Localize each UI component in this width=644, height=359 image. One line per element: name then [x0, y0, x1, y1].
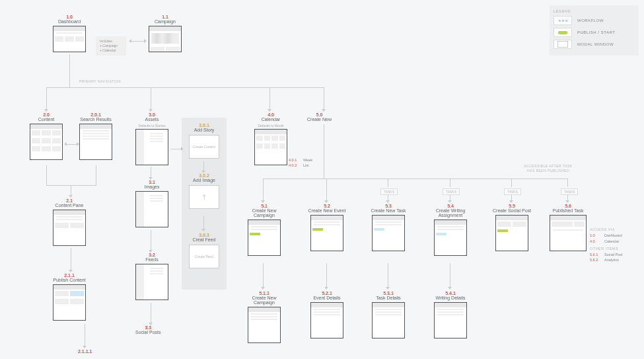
node-calendar: 4.0 Calendar Defaults to Month: [254, 112, 287, 165]
conn: [69, 54, 70, 87]
arrow-down-icon: [69, 195, 73, 198]
arrow-down-icon: [201, 229, 205, 231]
node-feeds: 3.2 Feeds: [135, 253, 168, 300]
arrow-down-icon: [149, 323, 153, 325]
conn: [450, 179, 450, 187]
thumb-51: [248, 219, 281, 256]
modal-create-feed: Create Feed: [189, 245, 219, 268]
arrow-right-icon: [77, 142, 79, 146]
arrow-down-icon: [386, 200, 390, 203]
arrow-down-icon: [448, 287, 452, 290]
arrow-down-icon: [83, 346, 87, 348]
conn: [324, 87, 324, 110]
arrow-down-icon: [565, 200, 569, 203]
node-dashboard: 1.0 Dashboard: [53, 15, 86, 52]
arrow-down-icon: [268, 109, 271, 112]
thumb-images: [135, 191, 168, 227]
thumb-521: [310, 302, 343, 339]
arrow-down-icon: [69, 270, 73, 272]
node-images: 3.1 Images: [135, 180, 168, 227]
accessible-after-note: ACCESSIBLE AFTER TASK HAS BEEN PUBLISHED: [522, 164, 575, 173]
conn: [326, 179, 327, 202]
node-create-social: 5.5 Create Social Post: [492, 204, 532, 251]
arrow-right-icon: [181, 147, 184, 151]
node-create-event: 5.2 Create New Event: [307, 204, 347, 251]
thumb-541: [434, 302, 467, 339]
thumb-content: [30, 124, 63, 160]
arrow-down-icon: [44, 109, 48, 112]
access-via-note: ACCESS VIA 1.0Dashboard 4.0Calendar OTHE…: [590, 225, 623, 263]
node-create-campaign: 5.1 Create New Campaign: [244, 204, 284, 256]
thumb-feeds: [135, 264, 168, 300]
arrow-down-icon: [261, 287, 265, 290]
node-create-writing: 5.4 Create Writing Assignment: [429, 204, 472, 256]
arrow-down-icon: [324, 200, 328, 203]
conn: [96, 165, 96, 185]
thumb-search: [79, 124, 112, 160]
conn: [203, 216, 204, 230]
conn: [46, 87, 47, 110]
node-541: 5.4.1 Writing Details: [429, 291, 472, 339]
arrow-down-icon: [509, 200, 513, 203]
legend-panel: LEGEND WORKFLOW PUBLISH / START MODAL WI…: [550, 5, 639, 56]
arrow-left-icon: [129, 39, 131, 43]
thumb-dashboard: [53, 26, 86, 52]
conn: [263, 263, 264, 288]
conn: [46, 87, 324, 88]
legend-title: LEGEND: [554, 9, 635, 13]
conn: [151, 303, 151, 324]
thumb-511: [248, 307, 281, 343]
node-2111: 2.1.1.1: [78, 349, 92, 354]
conn: [46, 165, 47, 185]
thumb-56: [550, 215, 587, 251]
includes-note: Includes: + Campaign + Calendar: [96, 36, 126, 56]
arrow-down-icon: [322, 109, 326, 112]
arrow-right-icon: [144, 39, 147, 43]
thumb-55: [495, 215, 528, 251]
node-create-feed: 3.0.3 Creat Feed Create Feed: [186, 233, 222, 271]
conn: [151, 230, 151, 251]
node-add-image: 3.0.2 Add Image ⤒: [186, 173, 222, 212]
node-create-new: 5.0 Create New: [307, 112, 332, 124]
node-add-story: 3.0.1 Add Story Create Content: [186, 123, 222, 161]
primary-nav-label: PRIMARY NAVIGATION: [79, 79, 121, 83]
arrow-down-icon: [386, 287, 390, 290]
thumb-content-pane: [53, 210, 86, 246]
conn: [269, 87, 270, 110]
thumb-531: [372, 302, 405, 339]
legend-row-workflow: WORKFLOW: [554, 16, 635, 25]
tag-tasks-2: TASKS: [443, 188, 460, 195]
modal-add-image: ⤒: [189, 185, 219, 209]
conn: [388, 263, 388, 288]
arrow-left-icon: [64, 142, 67, 146]
calendar-views: 4.0.1Week 4.0.2List: [289, 157, 312, 169]
conn: [324, 124, 324, 179]
node-create-task: 5.3 Create New Task: [369, 204, 408, 251]
node-social-posts: 3.3 Social Posts: [135, 325, 161, 337]
conn: [263, 179, 568, 179]
node-531: 5.3.1 Task Details: [369, 291, 408, 339]
modal-add-story: Create Content: [189, 135, 219, 159]
conn: [511, 179, 512, 187]
arrow-down-icon: [149, 177, 153, 180]
conn: [131, 41, 145, 42]
arrow-down-icon: [201, 171, 205, 173]
publish-icon: [558, 31, 567, 34]
thumb-campaign: [149, 26, 182, 52]
conn: [326, 263, 327, 288]
arrow-down-icon: [448, 200, 452, 203]
modal-window-icon: [557, 41, 568, 48]
tag-tasks-3: TASKS: [504, 188, 521, 195]
node-content-pane: 2.1 Content Pane: [53, 198, 86, 246]
arrow-down-icon: [149, 109, 153, 112]
thumb-publish-content: [53, 284, 86, 321]
thumb-calendar: [254, 129, 287, 165]
legend-row-modal: MODAL WINDOW: [554, 40, 635, 49]
conn: [71, 248, 71, 271]
conn: [151, 87, 151, 110]
conn: [263, 179, 264, 202]
tag-tasks-1: TASKS: [380, 188, 398, 195]
node-assets: 3.0 Assets Defaults to Stories: [135, 112, 168, 165]
thumb-assets: [135, 129, 168, 165]
node-521: 5.2.1 Event Details: [307, 291, 347, 339]
